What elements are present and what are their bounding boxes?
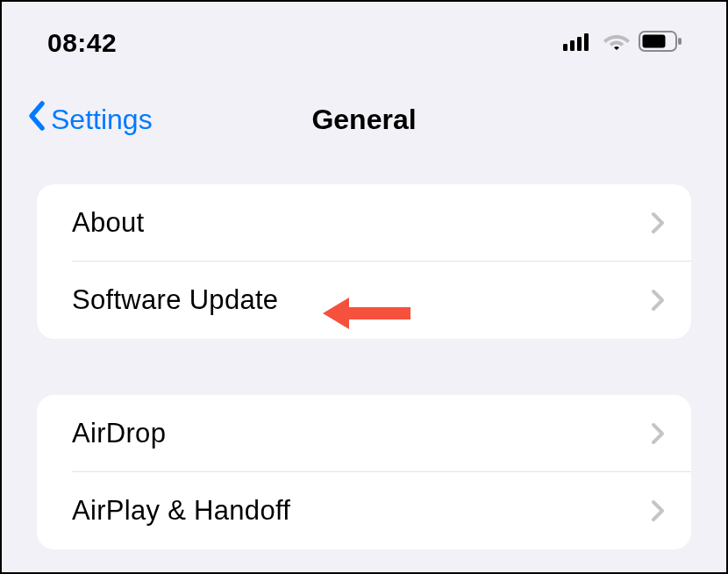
list-group-1: About Software Update [37, 184, 691, 339]
list-item-airdrop[interactable]: AirDrop [37, 395, 691, 472]
list-item-label: Software Update [72, 284, 278, 316]
list-item-airplay-handoff[interactable]: AirPlay & Handoff [37, 472, 691, 549]
list-item-label: AirPlay & Handoff [72, 495, 290, 527]
chevron-right-icon [651, 212, 665, 234]
list-item-label: AirDrop [72, 418, 166, 449]
status-icons [563, 31, 682, 55]
nav-bar: Settings General [2, 65, 726, 160]
svg-rect-0 [563, 44, 567, 51]
list-item-software-update[interactable]: Software Update [37, 262, 691, 339]
chevron-right-icon [651, 289, 665, 312]
svg-rect-6 [678, 38, 682, 45]
back-label: Settings [51, 104, 153, 136]
list-group-2: AirDrop AirPlay & Handoff [37, 395, 691, 549]
status-bar: 08:42 [2, 2, 726, 65]
status-time: 08:42 [47, 28, 117, 58]
list-item-about[interactable]: About [37, 184, 691, 262]
chevron-right-icon [651, 499, 665, 522]
page-title: General [311, 104, 416, 136]
wifi-icon [603, 32, 630, 54]
chevron-left-icon [26, 100, 47, 139]
svg-rect-3 [584, 33, 589, 51]
svg-rect-5 [643, 35, 666, 48]
svg-rect-2 [577, 37, 582, 51]
cellular-signal-icon [563, 32, 595, 54]
list-item-label: About [72, 207, 145, 239]
battery-icon [639, 31, 682, 55]
svg-rect-1 [570, 40, 575, 51]
back-button[interactable]: Settings [26, 100, 153, 139]
chevron-right-icon [651, 422, 665, 445]
